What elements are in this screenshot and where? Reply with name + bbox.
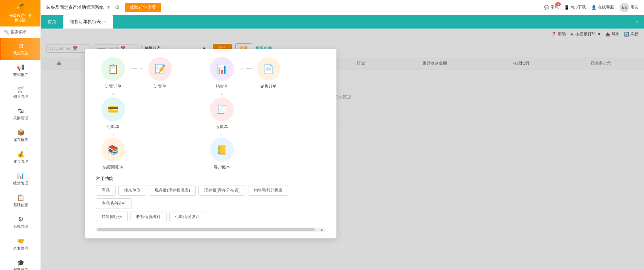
receipt-label: 收款单 xyxy=(216,124,228,130)
purchase-order-icon: 📋 xyxy=(101,57,125,81)
tab-sales-order[interactable]: 销售订单执行表 × xyxy=(63,15,113,29)
sidebar-item-label-system: 系统管理 xyxy=(13,224,28,229)
common-btn-payment-stats[interactable]: 付款情况统计 xyxy=(169,212,205,222)
sidebar-item-label-newbie: 新手引导 xyxy=(13,268,28,270)
gear-button[interactable]: ⚙ xyxy=(115,4,120,11)
sidebar-item-basic[interactable]: 📋 基础信息 xyxy=(0,190,40,212)
avatar: Ea xyxy=(620,3,629,12)
common-btn-partners[interactable]: 往来单位 xyxy=(118,185,146,196)
supplier-ledger-emoji: 📚 xyxy=(108,145,119,155)
sidebar-item-label-operation: 经营管理 xyxy=(13,181,28,186)
flow-right-col: 📄 销售订单 xyxy=(251,57,286,89)
sidebar-item-label-quick-nav: 快捷导航 xyxy=(13,51,28,56)
download-icon: 📱 xyxy=(564,5,569,10)
flow-node-supplier-ledger[interactable]: 📚 供应商账本 xyxy=(101,138,125,170)
online-service-button[interactable]: 👤 在线客服 xyxy=(591,4,614,10)
sale-bill-icon: 📊 xyxy=(210,57,234,81)
sidebar-item-label-basic: 基础信息 xyxy=(13,202,28,208)
active-tab-label: 销售订单执行表 xyxy=(70,19,101,25)
sale-order-icon: 📄 xyxy=(257,57,280,81)
sidebar-item-sales[interactable]: 🛒 销售管理 xyxy=(0,82,40,103)
quick-guide-modal: 📋 进货订单 ↓ 💳 付款单 ↓ xyxy=(85,49,336,238)
customer-ledger-label: 客户账本 xyxy=(214,164,230,170)
payment-icon: 💳 xyxy=(101,97,125,121)
h-arrow-1: - - - → xyxy=(130,57,143,72)
purchase-order-label: 进货订单 xyxy=(105,84,121,89)
tab-home[interactable]: 首页 xyxy=(41,15,63,29)
flow-node-customer-ledger[interactable]: 📒 客户账本 xyxy=(210,138,234,170)
sales-icon: 🛒 xyxy=(17,86,24,93)
tab-bar: 首页 销售订单执行表 × × xyxy=(41,15,644,29)
arrow-down-4: ↓ xyxy=(221,130,223,138)
customer-ledger-emoji: 📒 xyxy=(216,145,227,155)
operation-icon: 📊 xyxy=(17,172,24,180)
experience-button[interactable]: 体验行业方案 xyxy=(125,3,161,12)
common-buttons-row-2: 销售排行榜 收款情况统计 付款情况统计 xyxy=(96,212,326,222)
common-btn-inventory-dist[interactable]: 现存量(库存分布表) xyxy=(198,185,245,196)
quick-nav-icon: ⊞ xyxy=(18,42,23,50)
tab-bar-close-button[interactable]: × xyxy=(630,19,644,25)
sidebar-item-operation[interactable]: 📊 经营管理 xyxy=(0,168,40,190)
sidebar-item-newbie[interactable]: 🎓 新手引导 xyxy=(0,255,40,270)
search-label: 搜索菜单 xyxy=(11,29,27,35)
logo-icon: 🍊 xyxy=(3,4,38,13)
user-profile[interactable]: Ea 用友 xyxy=(620,3,639,12)
h-arrow-2: ← - - - xyxy=(239,57,251,72)
common-btn-goods[interactable]: 商品 xyxy=(96,185,116,196)
app-download-button[interactable]: 📱 App下载 xyxy=(564,4,586,10)
sale-order-label: 销售订单 xyxy=(260,84,277,89)
logo-text-line2: 标准版 xyxy=(3,18,38,22)
sidebar-item-quick-nav[interactable]: ⊞ 快捷导航 xyxy=(0,38,40,60)
flow-node-receipt[interactable]: 🧾 收款单 xyxy=(210,97,234,130)
inventory-icon: 📦 xyxy=(17,129,24,136)
common-btn-receipt-stats[interactable]: 收款情况统计 xyxy=(130,212,167,222)
payment-label: 付款单 xyxy=(107,124,119,130)
sidebar-item-label-marketing: 营销推广 xyxy=(13,72,28,77)
flow-mid-left-col: 📝 进货单 xyxy=(143,57,177,89)
sidebar-item-inventory[interactable]: 📦 库存核算 xyxy=(0,125,40,146)
marketing-icon: 📢 xyxy=(17,64,24,71)
sidebar-search[interactable]: 🔍 搜索菜单 xyxy=(0,26,40,38)
system-icon: ⚙ xyxy=(18,216,23,223)
common-btn-sales-profit[interactable]: 销售毛利分析表 xyxy=(248,185,288,196)
arrow-down-2: ↓ xyxy=(112,130,115,138)
tab-close-icon[interactable]: × xyxy=(104,19,106,24)
purchase-bill-icon: 📝 xyxy=(148,57,172,81)
common-functions-title: 常用功能 xyxy=(96,176,326,182)
purchase-bill-emoji: 📝 xyxy=(155,64,166,74)
flow-node-purchase-order[interactable]: 📋 进货订单 xyxy=(101,57,125,89)
sidebar-item-system[interactable]: ⚙ 系统管理 xyxy=(0,212,40,233)
message-badge: 5 xyxy=(555,2,561,6)
modal-scroll-arrow[interactable]: ▶ xyxy=(319,228,326,232)
sale-bill-emoji: 📊 xyxy=(216,64,227,74)
sidebar-item-marketing[interactable]: 📢 营销推广 xyxy=(0,60,40,82)
supplier-ledger-icon: 📚 xyxy=(101,138,125,162)
common-functions-section: 常用功能 商品 往来单位 现存量(库存状况表) 现存量(库存分布表) 销售毛利分… xyxy=(96,176,326,222)
modal-scroll-thumb[interactable] xyxy=(97,228,315,231)
sidebar-item-enterprise[interactable]: 🤝 企业协同 xyxy=(0,233,40,255)
supplier-ledger-label: 供应商账本 xyxy=(103,164,123,170)
modal-scrollbar[interactable]: ▶ xyxy=(96,228,326,232)
common-btn-inventory-status[interactable]: 现存量(库存状况表) xyxy=(149,185,196,196)
receipt-icon: 🧾 xyxy=(210,97,234,121)
sidebar-item-label-inventory: 库存核算 xyxy=(13,137,28,142)
user-name: 用友 xyxy=(630,4,639,10)
sale-bill-label: 销货单 xyxy=(216,84,228,89)
sidebar-item-finance[interactable]: 💰 资金管理 xyxy=(0,146,40,168)
flow-node-sale-order[interactable]: 📄 销售订单 xyxy=(257,57,280,89)
arrow-down-3: ↓ xyxy=(221,89,223,97)
system-dropdown-icon[interactable]: ▼ xyxy=(106,5,111,10)
common-btn-sales-rank[interactable]: 销售排行榜 xyxy=(96,212,128,222)
message-button[interactable]: 💬 消息 5 xyxy=(544,4,559,10)
flow-mid-right-col: 📊 销货单 ↓ 🧾 收款单 ↓ xyxy=(205,57,239,170)
search-icon: 🔍 xyxy=(4,30,9,35)
flow-node-purchase-bill[interactable]: 📝 进货单 xyxy=(148,57,172,89)
common-btn-goods-profit[interactable]: 商品毛利分析 xyxy=(96,198,132,209)
flow-left-col: 📋 进货订单 ↓ 💳 付款单 ↓ xyxy=(96,57,130,170)
flow-node-payment[interactable]: 💳 付款单 xyxy=(101,97,125,130)
system-title: 装备及固定资产辅助管理系统 xyxy=(46,4,104,11)
app-logo: 🍊 畅康通好生意 标准版 xyxy=(0,0,40,26)
app-download-label: App下载 xyxy=(571,4,586,10)
flow-node-sale-bill[interactable]: 📊 销货单 xyxy=(210,57,234,89)
sidebar-item-purchase[interactable]: 🛍 采购管理 xyxy=(0,103,40,125)
